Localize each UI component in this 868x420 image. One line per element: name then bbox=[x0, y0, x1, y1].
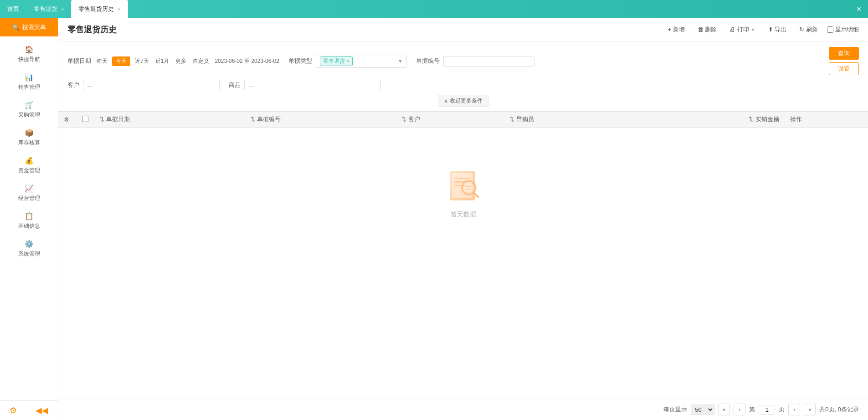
tab-close-retail-return-history[interactable]: × bbox=[118, 6, 120, 12]
data-table: ⚙ ⇅ 单据日期 ⇅ 单据编号 ⇅ 客户 bbox=[58, 111, 868, 237]
customer-input[interactable] bbox=[83, 80, 220, 90]
sidebar-item-system-mgmt[interactable]: ⚙️ 系统管理 bbox=[0, 235, 58, 262]
date-opt-yesterday[interactable]: 昨天 bbox=[95, 56, 109, 66]
doc-type-select[interactable]: 零售退货 × ▼ bbox=[316, 55, 407, 68]
page-header: 零售退货历史 + 新增 🗑 删除 🖨 打印 ▼ ⬆ 导出 ↻ 刷新 bbox=[58, 18, 868, 41]
table-header-row: ⚙ ⇅ 单据日期 ⇅ 单据编号 ⇅ 客户 bbox=[58, 112, 868, 128]
pagination-bar: 每页显示 50 10 20 100 « ‹ 第 页 › » 共0页, 0条记录 bbox=[58, 399, 868, 420]
show-detail-label: 显示明细 bbox=[835, 26, 859, 34]
header-actions: + 新增 🗑 删除 🖨 打印 ▼ ⬆ 导出 ↻ 刷新 显示明细 bbox=[664, 24, 859, 36]
doc-type-chevron-icon: ▼ bbox=[398, 58, 403, 64]
date-opt-custom[interactable]: 自定义 bbox=[191, 56, 211, 66]
collapse-filter-button[interactable]: ∧ 收起更多条件 bbox=[438, 95, 488, 107]
empty-state-row: 暂无数据 bbox=[58, 128, 868, 237]
print-label: 🖨 打印 bbox=[729, 26, 749, 34]
sidebar-item-purchase-mgmt[interactable]: 🛒 采购管理 bbox=[0, 96, 58, 123]
sidebar-item-quick-nav[interactable]: 🏠 快捷导航 bbox=[0, 40, 58, 68]
th-doc-date: ⇅ 单据日期 bbox=[94, 112, 245, 128]
tab-retail-return-history[interactable]: 零售退货历史× bbox=[71, 0, 128, 18]
empty-state-icon bbox=[441, 164, 486, 205]
content-area: 零售退货历史 + 新增 🗑 删除 🖨 打印 ▼ ⬆ 导出 ↻ 刷新 bbox=[58, 18, 868, 420]
collapse-up-icon: ∧ bbox=[444, 98, 448, 104]
nav-label-purchase-mgmt: 采购管理 bbox=[18, 111, 40, 119]
customer-filter-group: 客户 bbox=[67, 80, 220, 90]
th-doc-number-label: ⇅ 单据编号 bbox=[251, 116, 281, 123]
date-opt-more[interactable]: 更多 bbox=[174, 56, 188, 66]
audio-icon[interactable]: ◀◀ bbox=[36, 405, 48, 415]
query-button[interactable]: 查询 bbox=[829, 47, 859, 60]
next-page-button[interactable]: › bbox=[788, 404, 800, 415]
select-all-checkbox[interactable] bbox=[82, 116, 88, 122]
tab-list: 首页零售退货×零售退货历史× bbox=[0, 0, 850, 18]
sidebar-nav: 🏠 快捷导航 📊 销售管理 🛒 采购管理 📦 库存核算 💰 资金管理 📈 经营管… bbox=[0, 36, 58, 400]
new-label: + 新增 bbox=[668, 26, 684, 34]
filter-row-2: 客户 商品 bbox=[67, 80, 859, 90]
th-guide: ⇅ 导购员 bbox=[504, 112, 633, 128]
sidebar-item-inventory[interactable]: 📦 库存核算 bbox=[0, 123, 58, 151]
th-doc-number: ⇅ 单据编号 bbox=[245, 112, 396, 128]
page-size-select[interactable]: 50 10 20 100 bbox=[691, 405, 714, 415]
search-menu-button[interactable]: 🔍 搜索菜单 bbox=[0, 18, 58, 36]
tab-retail-return[interactable]: 零售退货× bbox=[26, 0, 71, 18]
svg-point-6 bbox=[464, 183, 473, 192]
date-opt-7days[interactable]: 近7天 bbox=[133, 56, 151, 66]
empty-state-cell: 暂无数据 bbox=[58, 128, 868, 237]
nav-label-operations: 经营管理 bbox=[18, 195, 40, 202]
doc-type-tag: 零售退货 × bbox=[320, 56, 353, 66]
nav-icon-purchase-mgmt: 🛒 bbox=[25, 100, 34, 109]
tab-home[interactable]: 首页 bbox=[0, 0, 26, 18]
delete-button[interactable]: 🗑 删除 bbox=[694, 24, 721, 36]
doc-number-input[interactable] bbox=[443, 56, 534, 67]
th-checkbox bbox=[77, 112, 94, 128]
print-chevron-icon: ▼ bbox=[751, 27, 755, 32]
filter-bar: 单据日期 昨天 今天 近7天 近1月 更多 自定义 2023-06-02 至 2… bbox=[58, 41, 868, 111]
sidebar-item-sales-mgmt[interactable]: 📊 销售管理 bbox=[0, 68, 58, 96]
first-page-button[interactable]: « bbox=[718, 404, 730, 415]
th-settings: ⚙ bbox=[58, 112, 77, 128]
goods-input[interactable] bbox=[244, 80, 381, 90]
doc-type-tag-close[interactable]: × bbox=[347, 58, 349, 64]
nav-icon-quick-nav: 🏠 bbox=[25, 45, 34, 54]
page-number-input[interactable] bbox=[759, 405, 775, 415]
tab-close-retail-return[interactable]: × bbox=[61, 6, 64, 12]
date-options: 昨天 今天 近7天 近1月 更多 自定义 bbox=[95, 56, 211, 66]
date-filter-label: 单据日期 bbox=[67, 57, 91, 65]
last-page-button[interactable]: » bbox=[804, 404, 816, 415]
page-title: 零售退货历史 bbox=[67, 24, 117, 35]
show-detail-checkbox-label[interactable]: 显示明细 bbox=[827, 26, 859, 34]
sidebar-item-finance[interactable]: 💰 资金管理 bbox=[0, 151, 58, 179]
jump-label: 第 bbox=[749, 405, 755, 414]
sidebar-item-operations[interactable]: 📈 经营管理 bbox=[0, 179, 58, 207]
empty-state-text: 暂无数据 bbox=[451, 210, 476, 219]
th-amount: ⇅ 实销金额 bbox=[633, 112, 785, 128]
delete-label: 🗑 删除 bbox=[698, 26, 717, 34]
export-button[interactable]: ⬆ 导出 bbox=[765, 24, 791, 36]
th-amount-label: ⇅ 实销金额 bbox=[749, 116, 779, 123]
table-container: ⚙ ⇅ 单据日期 ⇅ 单据编号 ⇅ 客户 bbox=[58, 111, 868, 399]
nav-icon-finance: 💰 bbox=[25, 156, 34, 165]
sidebar-item-basic-info[interactable]: 📋 基础信息 bbox=[0, 207, 58, 235]
doc-number-label: 单据编号 bbox=[416, 57, 440, 65]
doc-type-tag-text: 零售退货 bbox=[323, 57, 345, 65]
collapse-label: 收起更多条件 bbox=[450, 97, 483, 105]
refresh-button[interactable]: ↻ 刷新 bbox=[796, 24, 822, 36]
th-actions-label: 操作 bbox=[790, 116, 802, 123]
date-opt-1month[interactable]: 近1月 bbox=[154, 56, 171, 66]
th-actions: 操作 bbox=[785, 112, 868, 128]
date-filter-group: 单据日期 昨天 今天 近7天 近1月 更多 自定义 2023-06-02 至 2… bbox=[67, 56, 279, 66]
sidebar: 🔍 搜索菜单 🏠 快捷导航 📊 销售管理 🛒 采购管理 📦 库存核算 💰 资金管… bbox=[0, 18, 58, 420]
settings-icon[interactable]: ⚙ bbox=[10, 405, 17, 415]
date-opt-today[interactable]: 今天 bbox=[112, 56, 130, 66]
show-detail-checkbox[interactable] bbox=[827, 26, 833, 33]
prev-page-button[interactable]: ‹ bbox=[734, 404, 745, 415]
goods-filter-group: 商品 bbox=[229, 80, 381, 90]
refresh-label: ↻ 刷新 bbox=[799, 26, 818, 34]
main-layout: 🔍 搜索菜单 🏠 快捷导航 📊 销售管理 🛒 采购管理 📦 库存核算 💰 资金管… bbox=[0, 18, 868, 420]
window-close-button[interactable]: × bbox=[850, 0, 868, 18]
new-button[interactable]: + 新增 bbox=[664, 24, 688, 36]
settings-gear-icon[interactable]: ⚙ bbox=[64, 116, 69, 123]
filter-row-1: 单据日期 昨天 今天 近7天 近1月 更多 自定义 2023-06-02 至 2… bbox=[67, 47, 859, 75]
print-button[interactable]: 🖨 打印 ▼ bbox=[726, 24, 759, 36]
goods-label: 商品 bbox=[229, 81, 241, 89]
setting-button[interactable]: 设置 bbox=[829, 62, 859, 75]
